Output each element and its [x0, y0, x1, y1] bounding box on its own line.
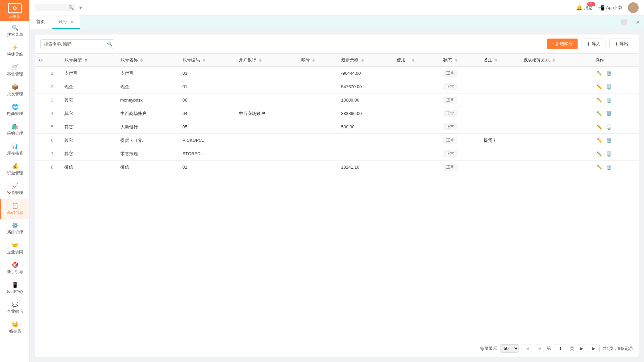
search-input[interactable] — [41, 40, 104, 49]
edit-btn[interactable]: ✏️ — [595, 150, 604, 157]
sidebar-item-inventory[interactable]: 📊 库存核算 — [0, 140, 29, 160]
topbar-dropdown-icon[interactable]: ▾ — [79, 4, 82, 11]
new-account-button[interactable]: + 新增账号 — [547, 39, 578, 49]
sidebar-item-system-mgmt[interactable]: ⚙️ 系统管理 — [0, 219, 29, 239]
delete-btn[interactable]: 🗑️ — [605, 110, 613, 117]
sort-bank[interactable] — [259, 58, 262, 62]
cell-settings — [35, 107, 47, 120]
table-row: 5 其它 大新银行 05 500.00 正常 ✏️ 🗑️ — [35, 120, 639, 134]
delete-btn[interactable]: 🗑️ — [605, 137, 613, 144]
sort-account-type[interactable] — [85, 58, 87, 62]
import-label: 导入 — [592, 41, 600, 47]
cell-default-settlement — [520, 80, 591, 94]
toolbar: 🔍 + 新增账号 ⬆ 导入 ⬇ 导出 — [35, 35, 639, 54]
user-avatar[interactable] — [628, 2, 639, 13]
toolbar-right: + 新增账号 ⬆ 导入 ⬇ 导出 — [547, 39, 633, 49]
delete-btn[interactable]: 🗑️ — [605, 97, 613, 104]
cell-usage — [393, 80, 439, 94]
sort-status[interactable] — [455, 58, 458, 62]
delete-btn[interactable]: 🗑️ — [605, 70, 613, 77]
sidebar-item-new-guide[interactable]: 🎯 新手引导 — [0, 258, 29, 278]
page-size-select[interactable]: 50 10 20 100 — [500, 344, 519, 353]
edit-btn[interactable]: ✏️ — [595, 83, 604, 90]
sidebar-item-wholesale-mgmt[interactable]: 📦 批发管理 — [0, 80, 29, 100]
cell-latest-balance: -90444.00 — [337, 67, 393, 80]
logo-text: 乐惠版 — [9, 14, 20, 19]
messages-btn[interactable]: 🔔 消息 99+ — [576, 4, 593, 11]
tab-accounts-close[interactable]: ✕ — [70, 20, 73, 24]
tab-bar-close-btn[interactable]: ✕ — [632, 19, 644, 25]
edit-btn[interactable]: ✏️ — [595, 70, 604, 77]
topbar-search-input[interactable] — [38, 5, 68, 10]
sort-notes[interactable] — [495, 58, 497, 62]
sidebar-item-finance-mgmt[interactable]: 💰 资金管理 — [0, 160, 29, 179]
cell-account-code: 04 — [178, 107, 235, 120]
edit-btn[interactable]: ✏️ — [595, 110, 604, 117]
cell-notes — [480, 67, 520, 80]
cell-usage — [393, 147, 439, 161]
page-input[interactable] — [554, 345, 567, 352]
page-size-label: 每页显示 — [480, 346, 497, 352]
cell-account-code: 02 — [178, 161, 235, 174]
cell-status: 正常 — [439, 147, 479, 161]
cell-settings — [35, 161, 47, 174]
delete-btn[interactable]: 🗑️ — [605, 124, 613, 130]
sidebar-item-app-center[interactable]: 📱 应用中心 — [0, 278, 29, 298]
cell-latest-balance: 10000.00 — [337, 94, 393, 107]
sort-default-settlement[interactable] — [552, 58, 555, 62]
cell-bank — [235, 94, 297, 107]
cell-index: 3 — [47, 94, 60, 107]
app-download-btn[interactable]: 📲 App下载 — [598, 4, 623, 11]
cell-index: 8 — [47, 161, 60, 174]
sort-account-no[interactable] — [312, 58, 315, 62]
sidebar-item-enterprise-agreement[interactable]: 🤝 企业协同 — [0, 239, 29, 258]
sort-account-name[interactable] — [140, 58, 143, 62]
delete-btn[interactable]: 🗑️ — [605, 150, 613, 157]
sidebar-item-basic-info[interactable]: 📋 基础信息 — [0, 199, 29, 219]
page-prev-btn[interactable]: ◀ — [535, 345, 544, 352]
page-last-btn[interactable]: ▶| — [589, 345, 599, 352]
sort-account-code[interactable] — [203, 58, 205, 62]
sidebar-item-label: 应用中心 — [7, 289, 23, 295]
sidebar-item-label: 电商管理 — [7, 111, 23, 117]
edit-btn[interactable]: ✏️ — [595, 97, 604, 104]
search-button[interactable]: 🔍 — [104, 40, 114, 49]
export-button[interactable]: ⬇ 导出 — [609, 39, 633, 49]
page-next-btn[interactable]: ▶ — [577, 345, 586, 352]
sidebar-item-label: 采购管理 — [7, 131, 23, 136]
tab-bar-expand-btn[interactable]: ⬜ — [617, 19, 632, 25]
tab-accounts[interactable]: 账号 ✕ — [52, 15, 80, 29]
cell-account-name: 中百商场账户 — [116, 107, 178, 120]
delete-btn[interactable]: 🗑️ — [605, 164, 613, 171]
sidebar-item-search-menu[interactable]: 🔍 搜索菜单 — [0, 21, 29, 41]
edit-btn[interactable]: ✏️ — [595, 124, 604, 130]
sidebar-item-operations-mgmt[interactable]: 📈 经营管理 — [0, 179, 29, 199]
import-button[interactable]: ⬆ 导入 — [582, 39, 605, 49]
page-first-btn[interactable]: |◀ — [522, 345, 532, 352]
accounts-table: ⚙ 账号类型 账号名称 — [35, 54, 639, 174]
edit-btn[interactable]: ✏️ — [595, 164, 604, 171]
sidebar-item-retail-mgmt[interactable]: 🛒 零售管理 — [0, 61, 29, 80]
sidebar-item-enterprise-wechat[interactable]: 💬 企业微信 — [0, 298, 29, 318]
topbar-search[interactable]: 🔍 — [35, 4, 75, 11]
cell-notes — [480, 80, 520, 94]
sidebar-item-quick-nav[interactable]: ⚡ 快捷导航 — [0, 41, 29, 61]
delete-btn[interactable]: 🗑️ — [605, 83, 613, 90]
cell-account-no — [297, 94, 337, 107]
sidebar-item-purchase-mgmt[interactable]: 🛍️ 采购管理 — [0, 120, 29, 140]
cell-status: 正常 — [439, 134, 479, 147]
operations-mgmt-icon: 📈 — [12, 183, 18, 189]
sidebar-item-membership[interactable]: 👑 畅会员 — [0, 318, 29, 338]
cell-account-no — [297, 67, 337, 80]
tab-home[interactable]: 首页 — [30, 15, 52, 29]
gear-icon[interactable]: ⚙ — [39, 58, 43, 63]
cell-notes — [480, 107, 520, 120]
sidebar-item-ecommerce-mgmt[interactable]: 🌐 电商管理 — [0, 100, 29, 120]
cell-default-settlement — [520, 107, 591, 120]
tab-accounts-label: 账号 — [58, 19, 67, 25]
cell-account-code: 03 — [178, 67, 235, 80]
sidebar-item-label: 企业协同 — [7, 249, 23, 255]
edit-btn[interactable]: ✏️ — [595, 137, 604, 144]
sort-latest-balance[interactable] — [361, 58, 364, 62]
sort-usage[interactable] — [412, 58, 415, 62]
